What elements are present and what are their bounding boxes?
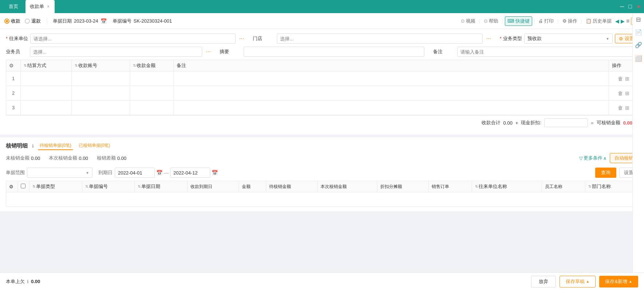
bth-amount: 金额: [239, 181, 266, 192]
sidebar-table-icon[interactable]: ⊟: [636, 16, 641, 23]
row-3-num: 3: [6, 101, 21, 115]
tab-bar: 首页 收款单 × ─ □ ✕: [0, 0, 644, 13]
cal-to-icon[interactable]: 📅: [212, 170, 218, 176]
discount-label: 现金折扣:: [521, 119, 541, 126]
row-2-amount[interactable]: [130, 86, 174, 101]
bottom-table-settings-icon[interactable]: ⚙: [9, 184, 13, 189]
more-conditions-btn[interactable]: ▽ 更多条件 ∧: [579, 155, 607, 161]
bth-gear: ⚙: [6, 181, 18, 192]
verif-tab-done[interactable]: 已核销单据(0笔): [77, 142, 112, 150]
row-1-actions: 🗑 ⊞: [612, 76, 635, 82]
toolbar: 收款 退款 单据日期 2023-03-24 📅 单据编号 SK-20230324…: [0, 13, 644, 29]
row-3-actions: 🗑 ⊞: [612, 105, 635, 111]
arrow-right-btn[interactable]: ▶: [621, 18, 625, 24]
verif-stats: 未核销金额 0.00 本次核销金额 0.00 核销差额 0.00 ▽ 更多条件 …: [6, 153, 638, 163]
date-from-input[interactable]: [115, 168, 155, 178]
radio-receipt[interactable]: 收款: [4, 18, 20, 24]
row-2-copy-icon[interactable]: ⊞: [625, 90, 629, 96]
row-3-settle[interactable]: [21, 101, 72, 115]
btn-help[interactable]: ⊙ 帮助: [482, 17, 500, 26]
btn-operate[interactable]: ⚙ 操作: [560, 17, 580, 26]
biz-type-chevron: ▼: [606, 37, 609, 41]
row-1-remark[interactable]: [174, 71, 609, 86]
staff-label: 业务员: [6, 48, 28, 55]
row-2-settle[interactable]: [21, 86, 72, 101]
plus-sign: +: [515, 120, 518, 126]
store-more-btn[interactable]: ···: [486, 35, 491, 42]
table-row: 2 🗑 ⊞: [6, 86, 638, 101]
verif-info-icon[interactable]: ℹ: [32, 144, 34, 149]
save-new-btn[interactable]: 保存&新增 ▲: [599, 276, 638, 287]
discount-input[interactable]: [544, 118, 588, 127]
minimize-button[interactable]: ─: [620, 3, 624, 10]
row-1-account[interactable]: [72, 71, 130, 86]
summary-input[interactable]: [244, 47, 425, 57]
row-1-copy-icon[interactable]: ⊞: [625, 76, 629, 82]
btn-video[interactable]: ⊙ 视频: [459, 17, 478, 26]
abandon-btn[interactable]: 放弃: [531, 276, 556, 287]
query-btn[interactable]: 查询: [595, 168, 616, 178]
row-1-settle[interactable]: [21, 71, 72, 86]
range-select[interactable]: ▼: [27, 168, 93, 178]
total-value: 0.00: [503, 120, 513, 126]
sort-icon-amount: ⇅: [133, 64, 136, 67]
radio-refund[interactable]: 退款: [25, 18, 41, 24]
btn-print[interactable]: 🖨 打印: [536, 17, 556, 26]
btn-history[interactable]: 📋 历史单据: [584, 17, 614, 26]
arrow-left-btn[interactable]: ◀: [615, 18, 619, 24]
divider-1: [47, 17, 47, 25]
staff-more-btn[interactable]: ···: [206, 48, 211, 55]
cal-from-icon[interactable]: 📅: [156, 170, 162, 176]
row-1-amount[interactable]: [130, 71, 174, 86]
maximize-button[interactable]: □: [628, 3, 632, 10]
footer-left: 本单上欠 ℹ 0.00: [6, 278, 40, 285]
remark-input[interactable]: [457, 47, 638, 57]
unit-more-btn[interactable]: ···: [239, 35, 244, 42]
radio-dot-refund: [25, 19, 30, 24]
row-2-account[interactable]: [72, 86, 130, 101]
row-3-copy-icon[interactable]: ⊞: [625, 105, 629, 111]
sidebar-scan-icon[interactable]: ⬜: [634, 54, 643, 63]
row-2-remark[interactable]: [174, 86, 609, 101]
bth-unit: ⇅ 往来单位名称: [472, 181, 542, 192]
tab-close-icon[interactable]: ×: [46, 3, 50, 10]
due-label: 到期日: [98, 169, 113, 176]
total-label: 收款合计: [482, 119, 500, 126]
unit-label: 往来单位: [6, 35, 28, 42]
row-2-delete-icon[interactable]: 🗑: [618, 90, 623, 96]
th-amount: ⇅ 收款金额: [130, 60, 174, 71]
page-footer: 本单上欠 ℹ 0.00 放弃 保存草稿 ▲ 保存&新增 ▲: [0, 273, 644, 290]
footer-info-icon[interactable]: ℹ: [27, 279, 29, 284]
chevron-up-icon: ∧: [603, 156, 607, 161]
table-settings-icon[interactable]: ⚙: [9, 63, 14, 68]
row-1-delete-icon[interactable]: 🗑: [618, 76, 623, 82]
date-picker-icon[interactable]: 📅: [101, 18, 107, 24]
select-all-checkbox[interactable]: [21, 184, 25, 188]
store-field: 门店 ···: [253, 34, 491, 44]
tab-home[interactable]: 首页: [3, 0, 24, 13]
biz-type-label: 业务类型: [500, 35, 522, 42]
sidebar-doc-icon[interactable]: 📄: [635, 29, 642, 36]
tab-active[interactable]: 收款单 ×: [25, 0, 55, 13]
row-3-account[interactable]: [72, 101, 130, 115]
stat-diff: 核销差额 0.00: [97, 155, 126, 161]
biz-type-select[interactable]: 预收款 ▼: [524, 34, 613, 44]
window-controls: ─ □ ✕: [620, 3, 641, 10]
btn-shortcut[interactable]: ⌨ 快捷键: [505, 16, 532, 26]
bth-check: [18, 181, 30, 192]
sidebar-link-icon[interactable]: 🔗: [635, 42, 642, 48]
unit-input[interactable]: [30, 34, 236, 44]
row-3-delete-icon[interactable]: 🗑: [618, 105, 623, 111]
close-button[interactable]: ✕: [636, 3, 641, 10]
stat-uncancelled: 未核销金额 0.00: [6, 155, 40, 161]
verif-tab-pending[interactable]: 待核销单据(0笔): [38, 142, 73, 150]
staff-input[interactable]: [30, 47, 202, 57]
save-draft-btn[interactable]: 保存草稿 ▲: [559, 276, 596, 287]
date-to-input[interactable]: [170, 168, 210, 178]
row-3-remark[interactable]: [174, 101, 609, 115]
table-row: 3 🗑 ⊞: [6, 101, 638, 115]
range-filter: 单据范围 ▼: [6, 168, 93, 178]
store-input[interactable]: [277, 34, 483, 44]
layout-icon[interactable]: ≡: [626, 18, 629, 24]
row-3-amount[interactable]: [130, 101, 174, 115]
